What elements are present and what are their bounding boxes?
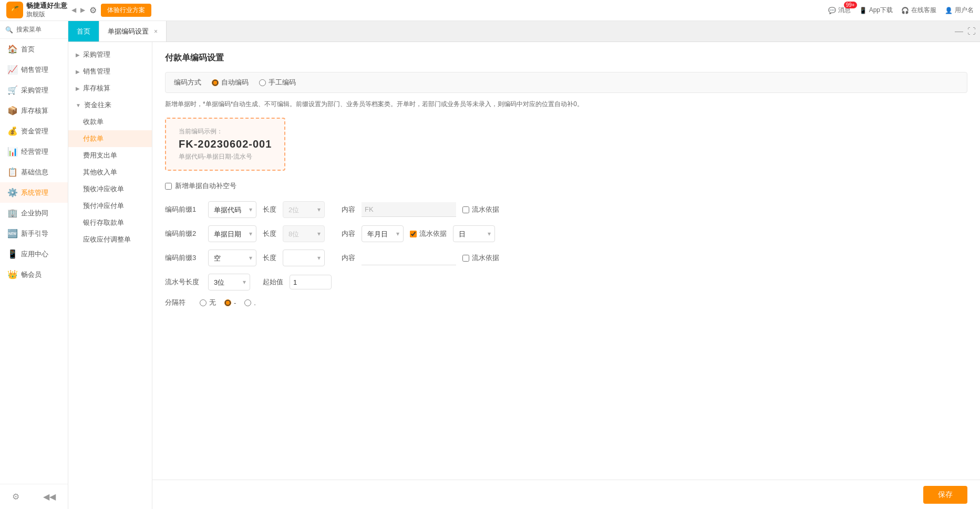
sidebar-item-operation[interactable]: 📊 经营管理 [0,141,68,162]
page-title: 付款单编码设置 [165,53,967,64]
prefix1-label: 编码前缀1 [165,205,202,214]
prefix2-select[interactable]: 单据日期 部门 业务员 仓库 空 [208,225,256,242]
menu-item-expense[interactable]: 费用支出单 [68,147,152,164]
menu-item-bank[interactable]: 银行存取款单 [68,214,152,231]
sidebar-item-system[interactable]: ⚙️ 系统管理 [0,182,68,203]
tab-coding-settings[interactable]: 单据编码设置 × [99,21,167,41]
save-button[interactable]: 保存 [923,486,967,504]
prefix2-period-wrapper[interactable]: 日 月 年 [453,225,495,242]
sep-dot-radio[interactable] [244,299,251,306]
logo-icon: 🍊 [6,2,23,18]
prefix3-label: 编码前缀3 [165,253,202,263]
sep-none-radio[interactable] [200,299,207,306]
nav-left-arrow[interactable]: ◀ [71,6,76,14]
search-icon: 🔍 [5,26,13,34]
prefix3-content-input[interactable] [362,251,456,265]
sidebar-item-enterprise[interactable]: 🏢 企业协同 [0,203,68,223]
manual-code-radio[interactable] [259,79,266,86]
message-badge: 99+ [844,2,857,8]
auto-fill-label[interactable]: 新增单据自动补空号 [175,181,236,191]
nav-right-arrow[interactable]: ▶ [80,6,85,14]
sep-dash-label[interactable]: - [224,299,236,307]
manual-code-radio-label[interactable]: 手工编码 [259,78,296,87]
sales-expand-icon: ▶ [76,69,80,75]
menu-item-advance-payable[interactable]: 预付冲应付单 [68,198,152,214]
auto-code-radio-label[interactable]: 自动编码 [212,78,249,87]
sidebar-item-member[interactable]: 👑 畅会员 [0,264,68,285]
menu-item-payment[interactable]: 付款单 [68,130,152,147]
top-bar: 🍊 畅捷通好生意 旗舰版 ◀ ▶ ⚙ 体验行业方案 💬 消息 99+ 📱 App… [0,0,980,21]
logo: 🍊 畅捷通好生意 旗舰版 [6,2,67,18]
purchase-icon: 🛒 [7,85,17,95]
app-download-button[interactable]: 📱 App下载 [859,6,893,15]
sidebar-item-purchase[interactable]: 🛒 采购管理 [0,80,68,100]
prefix2-length-select: 8位 [283,225,325,242]
prefix2-content-select[interactable]: 年月日 年月 年 [362,225,404,242]
preview-label: 当前编码示例： [179,127,272,136]
auto-code-radio[interactable] [212,79,219,86]
sidebar-item-inventory[interactable]: 📦 库存核算 [0,100,68,121]
main-content: 首页 单据编码设置 × — ⛶ ▶ 采购管理 ▶ 销售管理 [68,21,980,509]
tab-maximize-button[interactable]: ⛶ [967,27,976,36]
serial-length-select-wrapper[interactable]: 1位 2位 3位 4位 5位 [208,274,250,290]
sep-none-label[interactable]: 无 [200,298,216,307]
prefix2-stream-checkbox[interactable] [410,231,417,237]
menu-item-receipt[interactable]: 收款单 [68,113,152,130]
settings-icon[interactable]: ⚙ [89,5,97,15]
menu-group-inventory[interactable]: ▶ 库存核算 [68,80,152,97]
menu-group-sales[interactable]: ▶ 销售管理 [68,63,152,80]
prefix2-select-wrapper[interactable]: 单据日期 部门 业务员 仓库 空 [208,225,256,242]
prefix2-content-wrapper[interactable]: 年月日 年月 年 [362,225,404,242]
menu-group-capital[interactable]: ▼ 资金往来 [68,97,152,113]
serial-length-select[interactable]: 1位 2位 3位 4位 5位 [208,274,250,290]
prefix1-select[interactable]: 单据代码 部门 业务员 仓库 空 [208,201,256,218]
sidebar-item-guide[interactable]: 🆕 新手引导 [0,223,68,244]
guide-icon: 🆕 [7,228,17,238]
app-icon: 📱 [859,7,867,14]
sidebar-item-basic[interactable]: 📋 基础信息 [0,162,68,182]
prefix3-select-wrapper[interactable]: 空 单据代码 部门 业务员 仓库 [208,250,256,266]
sidebar-item-finance[interactable]: 💰 资金管理 [0,121,68,141]
prefix2-stream-label: 流水依据 [410,229,447,238]
prefix2-length-label: 长度 [263,229,276,238]
sidebar: 🔍 搜索菜单 🏠 首页 📈 销售管理 🛒 采购管理 📦 库存核算 💰 资金管理 … [0,21,68,509]
prefix1-stream-label: 流水依据 [462,205,499,214]
prefix3-length-wrapper[interactable] [283,250,325,266]
separator-label: 分隔符 [165,298,191,307]
prefix1-length-wrapper: 2位 [283,201,325,218]
sep-dash-radio[interactable] [224,299,231,306]
trial-button[interactable]: 体验行业方案 [101,4,151,17]
start-value-input[interactable] [290,275,332,289]
start-value-label: 起始值 [263,277,283,287]
tab-minimize-button[interactable]: — [955,27,963,36]
tab-close-button[interactable]: × [154,28,158,35]
menu-group-purchase[interactable]: ▶ 采购管理 [68,46,152,63]
online-service-button[interactable]: 🎧 在线客服 [901,6,936,15]
sep-dot-label[interactable]: . [244,299,256,307]
menu-item-income[interactable]: 其他收入单 [68,164,152,181]
left-menu: ▶ 采购管理 ▶ 销售管理 ▶ 库存核算 ▼ 资金往来 收款单 付款单 费用支出… [68,42,152,509]
menu-item-advance-receivable[interactable]: 预收冲应收单 [68,181,152,198]
sidebar-settings-button[interactable]: ⚙ [9,489,23,505]
auto-fill-checkbox[interactable] [165,183,172,190]
sidebar-collapse-button[interactable]: ◀◀ [40,489,59,505]
sidebar-item-sales[interactable]: 📈 销售管理 [0,59,68,80]
prefix3-row: 编码前缀3 空 单据代码 部门 业务员 仓库 长度 [165,250,967,266]
message-button[interactable]: 💬 消息 99+ [828,6,851,15]
prefix3-select[interactable]: 空 单据代码 部门 业务员 仓库 [208,250,256,266]
sidebar-item-home[interactable]: 🏠 首页 [0,39,68,59]
user-avatar[interactable]: 👤 用户名 [945,6,974,15]
prefix1-content-input[interactable] [362,202,456,217]
sales-icon: 📈 [7,65,17,75]
prefix1-select-wrapper[interactable]: 单据代码 部门 业务员 仓库 空 [208,201,256,218]
prefix3-stream-checkbox[interactable] [462,255,469,262]
menu-item-adjustment[interactable]: 应收应付调整单 [68,231,152,248]
tab-home[interactable]: 首页 [68,21,99,41]
code-mode-label: 编码方式 [174,78,201,87]
sidebar-search[interactable]: 🔍 搜索菜单 [0,21,68,39]
capital-expand-icon: ▼ [76,102,81,108]
prefix3-length-select[interactable] [283,250,325,266]
sidebar-item-apps[interactable]: 📱 应用中心 [0,244,68,264]
prefix1-stream-checkbox[interactable] [462,206,469,213]
prefix2-period-select[interactable]: 日 月 年 [453,225,495,242]
